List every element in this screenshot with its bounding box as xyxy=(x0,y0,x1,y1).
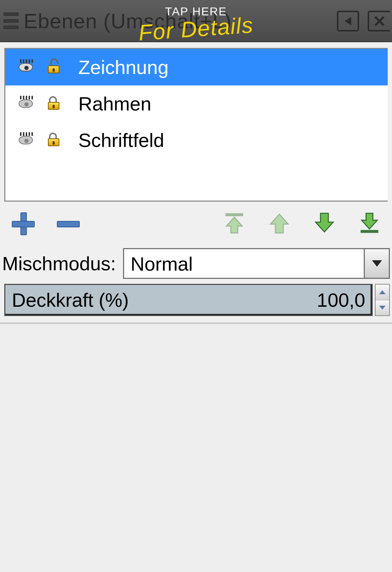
svg-marker-4 xyxy=(315,213,333,232)
opacity-label: Deckkraft (%) xyxy=(12,289,129,311)
lock-open-icon xyxy=(48,61,59,73)
layer-visibility-toggle[interactable] xyxy=(12,135,40,145)
layer-visibility-toggle[interactable] xyxy=(12,62,40,72)
lock-closed-icon xyxy=(48,98,59,110)
opacity-step-up[interactable] xyxy=(376,285,389,300)
layer-name: Rahmen xyxy=(78,93,151,115)
move-to-top-button[interactable] xyxy=(220,209,248,237)
svg-marker-0 xyxy=(345,17,351,25)
blend-mode-value: Normal xyxy=(124,249,364,278)
dock-grip-icon[interactable] xyxy=(4,13,19,29)
panel-menu-button[interactable] xyxy=(337,11,359,31)
eye-open-icon xyxy=(19,62,33,72)
blend-mode-label: Mischmodus: xyxy=(2,252,116,275)
svg-rect-1 xyxy=(225,213,243,216)
layer-lock-toggle[interactable] xyxy=(40,61,68,73)
svg-marker-5 xyxy=(362,213,377,229)
empty-area xyxy=(0,324,392,572)
svg-rect-6 xyxy=(361,230,378,233)
svg-marker-3 xyxy=(270,214,288,233)
move-to-bottom-button[interactable] xyxy=(356,209,383,237)
layer-lock-toggle[interactable] xyxy=(40,134,68,146)
layer-row[interactable]: Zeichnung xyxy=(5,49,388,85)
layer-visibility-toggle[interactable] xyxy=(12,99,40,109)
layer-list[interactable]: ZeichnungRahmenSchriftfeld xyxy=(4,48,388,202)
blend-mode-row: Mischmodus: Normal xyxy=(0,245,392,284)
panel-title: Ebenen (Umschalt+L) xyxy=(24,9,232,33)
layers-panel: Ebenen (Umschalt+L) TAP HERE For Details… xyxy=(0,0,392,572)
opacity-field[interactable]: Deckkraft (%) 100,0 xyxy=(4,284,373,316)
add-layer-button[interactable] xyxy=(9,209,36,237)
chevron-down-icon[interactable] xyxy=(364,249,389,278)
opacity-value: 100,0 xyxy=(317,289,365,311)
blend-mode-combo[interactable]: Normal xyxy=(123,248,390,279)
eye-dim-icon xyxy=(19,99,33,109)
layer-name: Zeichnung xyxy=(78,56,168,78)
opacity-row: Deckkraft (%) 100,0 xyxy=(0,284,392,321)
eye-dim-icon xyxy=(19,135,33,145)
panel-titlebar[interactable]: Ebenen (Umschalt+L) TAP HERE For Details xyxy=(0,0,392,42)
move-down-button[interactable] xyxy=(310,209,338,237)
opacity-spinner[interactable] xyxy=(375,284,390,316)
layer-row[interactable]: Schriftfeld xyxy=(5,122,388,158)
opacity-step-down[interactable] xyxy=(376,300,389,316)
layer-lock-toggle[interactable] xyxy=(40,98,68,110)
lock-closed-icon xyxy=(48,134,59,146)
move-up-button[interactable] xyxy=(265,209,293,237)
layer-row[interactable]: Rahmen xyxy=(5,85,388,122)
remove-layer-button[interactable] xyxy=(54,209,82,237)
layer-toolbar xyxy=(0,202,392,245)
panel-body: ZeichnungRahmenSchriftfeld Mischmodus: N… xyxy=(0,42,392,324)
layer-name: Schriftfeld xyxy=(78,129,164,151)
svg-marker-2 xyxy=(226,217,242,233)
panel-close-button[interactable] xyxy=(368,11,390,31)
